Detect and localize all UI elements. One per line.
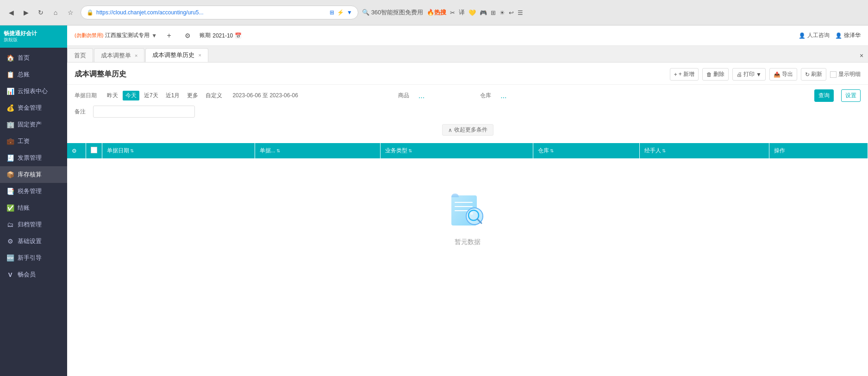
date-btn-yesterday[interactable]: 昨天	[104, 91, 121, 100]
remark-filter-label: 备注	[75, 108, 86, 116]
warehouse-filter-dots[interactable]: ...	[500, 92, 506, 100]
ledger-icon: 📋	[6, 71, 14, 78]
company-settings-button[interactable]: ⚙	[181, 29, 194, 42]
sidebar-item-fixed-assets[interactable]: 🏢 固定资产	[0, 116, 67, 133]
address-bar[interactable]: 🔒 https://cloud.chanjet.com/accounting/u…	[81, 6, 358, 19]
star-button[interactable]: ☆	[64, 6, 77, 19]
table-number-column[interactable]: 单据... ⇅	[255, 143, 381, 158]
table-warehouse-column[interactable]: 仓库 ⇅	[533, 143, 640, 158]
tab-cost-adjustment-history-close[interactable]: ×	[198, 52, 201, 58]
select-all-checkbox[interactable]	[91, 147, 97, 153]
sidebar-item-reports[interactable]: 📊 云报表中心	[0, 83, 67, 100]
sidebar-item-home[interactable]: 🏠 首页	[0, 50, 67, 66]
table-operator-column[interactable]: 经手人 ⇅	[640, 143, 769, 158]
translate-icon[interactable]: 译	[459, 8, 465, 17]
table-ops-column: 操作	[769, 143, 868, 158]
table-type-column[interactable]: 业务类型 ⇅	[381, 143, 533, 158]
company-selector[interactable]: (勿删勿禁用) 江西服宝测试专用 ▼	[75, 31, 157, 39]
logo-content: 畅捷通好会计 旗舰版	[4, 30, 37, 43]
back-button[interactable]: ◀	[5, 6, 18, 19]
refresh-button[interactable]: ↻ 刷新	[801, 68, 826, 81]
print-button[interactable]: 🖨 打印 ▼	[732, 68, 766, 81]
consult-button[interactable]: 👤 人工咨询	[799, 31, 830, 39]
date-btn-today[interactable]: 今天	[123, 91, 139, 100]
home-button[interactable]: ⌂	[49, 6, 62, 19]
refresh-icon: ↻	[805, 71, 810, 78]
close-all-tabs-button[interactable]: ×	[855, 49, 868, 62]
date-btn-more[interactable]: 更多	[184, 91, 201, 100]
collapse-button[interactable]: ∧ 收起更多条件	[442, 124, 493, 136]
guide-icon: 🆕	[6, 254, 14, 262]
wallet-icon[interactable]: 💛	[468, 9, 476, 16]
sidebar-item-archive[interactable]: 🗂 归档管理	[0, 216, 67, 233]
query-button[interactable]: 查询	[814, 89, 834, 102]
sidebar-label-archive: 归档管理	[18, 220, 42, 229]
add-company-button[interactable]: +	[162, 29, 175, 42]
consult-label: 人工咨询	[807, 31, 830, 39]
tab-cost-adjustment-close[interactable]: ×	[135, 53, 137, 58]
table-settings-column[interactable]: ⚙	[67, 143, 86, 158]
svg-point-7	[470, 212, 473, 215]
tab-cost-adjustment[interactable]: 成本调整单 ×	[94, 48, 144, 62]
logo-sub: 旗舰版	[4, 37, 37, 43]
top-bar-right: 👤 人工咨询 👤 徐泽华	[799, 31, 861, 39]
game-icon[interactable]: 🎮	[480, 9, 487, 16]
table-date-column[interactable]: 单据日期 ⇅	[102, 143, 255, 158]
table-settings-button[interactable]: 设置	[841, 89, 861, 102]
company-name: 江西服宝测试专用	[105, 31, 150, 39]
operator-sort-icon: ⇅	[662, 148, 666, 153]
date-btn-7days[interactable]: 近7天	[141, 91, 161, 100]
menu-icon[interactable]: ☰	[518, 9, 523, 16]
warehouse-filter-label: 仓库	[480, 92, 491, 100]
sidebar-item-guide[interactable]: 🆕 新手引导	[0, 250, 67, 266]
table-container: ⚙ 单据日期 ⇅	[67, 143, 868, 376]
sidebar-item-inventory[interactable]: 📦 库存核算	[0, 166, 67, 183]
data-table: ⚙ 单据日期 ⇅	[67, 143, 868, 274]
remark-input[interactable]	[93, 106, 195, 118]
apps-icon[interactable]: ⊞	[491, 9, 496, 16]
sidebar-item-invoices[interactable]: 🧾 发票管理	[0, 150, 67, 166]
period-label: 账期	[200, 31, 211, 39]
goods-filter-label: 商品	[398, 92, 409, 100]
sidebar-label-closing: 结账	[18, 204, 30, 212]
empty-illustration	[444, 186, 491, 232]
table-checkbox-column[interactable]	[86, 143, 102, 158]
undo-icon[interactable]: ↩	[509, 9, 514, 16]
tab-cost-adjustment-label: 成本调整单	[101, 51, 131, 60]
calendar-icon[interactable]: 📅	[235, 32, 242, 39]
operator-column-label: 经手人	[644, 147, 661, 155]
tab-cost-adjustment-history[interactable]: 成本调整单历史 ×	[145, 48, 208, 62]
archive-icon: 🗂	[6, 221, 14, 228]
period-info: 账期 2021-10 📅	[200, 31, 242, 39]
date-range: 2023-06-06 至 2023-06-06	[232, 92, 298, 100]
delete-button[interactable]: 🗑 删除	[702, 68, 729, 81]
sidebar-item-closing[interactable]: ✅ 结账	[0, 200, 67, 216]
header-actions: + + 新增 🗑 删除 🖨 打印 ▼ 📤 导出	[670, 68, 861, 81]
cut-icon[interactable]: ✂	[450, 9, 455, 16]
forward-button[interactable]: ▶	[19, 6, 32, 19]
sidebar-item-settings[interactable]: ⚙ 基础设置	[0, 233, 67, 250]
refresh-button[interactable]: ↻	[34, 6, 47, 19]
theme-icon[interactable]: ☀	[500, 9, 505, 16]
sidebar-item-vip[interactable]: V 畅会员	[0, 266, 67, 283]
type-sort-icon: ⇅	[408, 148, 412, 153]
show-detail-checkbox[interactable]	[830, 71, 837, 78]
export-button[interactable]: 📤 导出	[769, 68, 797, 81]
sidebar-item-tax[interactable]: 📑 税务管理	[0, 183, 67, 200]
sidebar-item-ledger[interactable]: 📋 总账	[0, 66, 67, 83]
goods-filter-dots[interactable]: ...	[418, 92, 425, 100]
tab-home-label: 首页	[74, 51, 86, 60]
tab-home[interactable]: 首页	[67, 48, 93, 62]
sidebar: 畅捷通好会计 旗舰版 🏠 首页 📋 总账 📊 云报表中心 💰 资金管理	[0, 25, 67, 376]
new-button[interactable]: + + 新增	[670, 68, 699, 81]
number-sort-icon: ⇅	[276, 148, 280, 153]
sidebar-label-vip: 畅会员	[18, 270, 36, 279]
user-profile-button[interactable]: 👤 徐泽华	[835, 31, 861, 39]
address-dropdown-icon[interactable]: ▼	[347, 9, 352, 16]
date-btn-1month[interactable]: 近1月	[163, 91, 183, 100]
sidebar-item-funds[interactable]: 💰 资金管理	[0, 100, 67, 116]
sidebar-item-payroll[interactable]: 💼 工资	[0, 133, 67, 150]
date-btn-custom[interactable]: 自定义	[203, 91, 225, 100]
table-header: ⚙ 单据日期 ⇅	[67, 143, 868, 158]
company-dropdown-icon[interactable]: ▼	[151, 32, 157, 39]
